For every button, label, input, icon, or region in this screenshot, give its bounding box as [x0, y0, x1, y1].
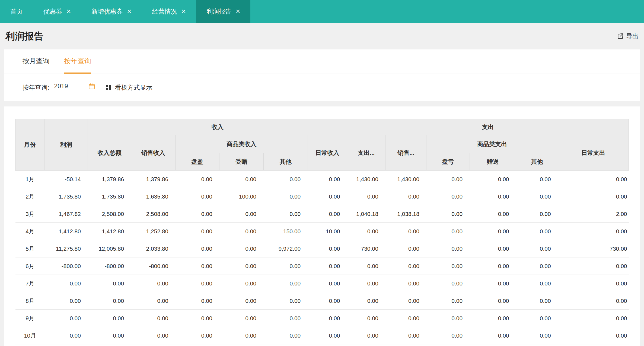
value-cell: 0.00	[426, 240, 470, 257]
value-cell: 0.00	[426, 257, 470, 275]
value-cell: 0.00	[175, 188, 219, 205]
tab-monthly-query[interactable]: 按月查询	[23, 49, 50, 74]
value-cell: 0.00	[426, 188, 470, 205]
value-cell: 1,735.80	[88, 188, 131, 205]
value-cell: 0.00	[516, 275, 558, 292]
nav-tab-1[interactable]: 优惠券×	[33, 0, 81, 23]
query-panel: 按月查询 按年查询 按年查询: 2019	[4, 49, 640, 101]
value-cell: 0.00	[44, 275, 88, 292]
nav-tab-3[interactable]: 经营情况×	[142, 0, 196, 23]
close-icon[interactable]: ×	[66, 8, 71, 15]
value-cell: -800.00	[44, 257, 88, 275]
value-cell: -50.14	[44, 171, 88, 188]
value-cell: 0.00	[347, 223, 385, 240]
value-cell: 0.00	[426, 292, 470, 310]
value-cell: 730.00	[347, 240, 385, 257]
value-cell: 1,379.86	[131, 171, 175, 188]
value-cell: 0.00	[558, 292, 629, 310]
table-row: 8月0.000.000.000.000.000.000.000.000.000.…	[15, 292, 629, 310]
value-cell: 0.00	[347, 310, 385, 327]
table-row: 1月-50.141,379.861,379.860.000.000.000.00…	[15, 171, 629, 188]
value-cell: 0.00	[470, 310, 516, 327]
tab-divider	[57, 58, 57, 66]
close-icon[interactable]: ×	[181, 8, 186, 15]
table-row: 5月11,275.8012,005.802,033.800.000.009,97…	[15, 240, 629, 257]
table-row: 2月1,735.801,735.801,635.800.00100.000.00…	[15, 188, 629, 205]
value-cell: 0.00	[470, 223, 516, 240]
value-cell: 0.00	[263, 188, 308, 205]
nav-tab-2[interactable]: 新增优惠券×	[81, 0, 142, 23]
value-cell: 0.00	[308, 292, 347, 310]
value-cell: 0.00	[470, 188, 516, 205]
nav-tab-label: 首页	[10, 7, 23, 16]
value-cell: 0.00	[470, 171, 516, 188]
value-cell: 2.00	[558, 205, 629, 223]
value-cell: 1,040.18	[347, 205, 385, 223]
value-cell: 0.00	[558, 275, 629, 292]
tab-yearly-query[interactable]: 按年查询	[64, 49, 91, 74]
col-income-total: 收入总额	[88, 135, 131, 171]
value-cell: 12,005.80	[88, 240, 131, 257]
col-other-income: 其他	[263, 153, 308, 171]
month-cell: 4月	[15, 223, 44, 240]
value-cell: 0.00	[44, 310, 88, 327]
value-cell: 0.00	[558, 327, 629, 344]
tab-yearly-query-label: 按年查询	[64, 56, 91, 65]
value-cell: 0.00	[558, 171, 629, 188]
value-cell: 0.00	[219, 257, 263, 275]
value-cell: 1,735.80	[44, 188, 88, 205]
value-cell: 0.00	[219, 292, 263, 310]
value-cell: 0.00	[175, 205, 219, 223]
value-cell: 1,467.82	[44, 205, 88, 223]
value-cell: 0.00	[263, 171, 308, 188]
value-cell: 0.00	[219, 310, 263, 327]
profit-table-panel: 月份 利润 收入 支出 收入总额 销售收入 商品类收入 日常收入 支出... 销…	[4, 106, 640, 346]
value-cell: 0.00	[131, 292, 175, 310]
col-gift-given: 赠送	[470, 153, 516, 171]
value-cell: 1,430.00	[385, 171, 426, 188]
value-cell: 0.00	[175, 240, 219, 257]
value-cell: 0.00	[219, 171, 263, 188]
value-cell: -800.00	[131, 257, 175, 275]
value-cell: -800.00	[88, 257, 131, 275]
col-sales-expense: 销售...	[385, 135, 426, 171]
table-row: 10月0.000.000.000.000.000.000.000.000.000…	[15, 327, 629, 344]
month-cell: 3月	[15, 205, 44, 223]
value-cell: 100.00	[219, 188, 263, 205]
board-view-toggle[interactable]: 看板方式显示	[105, 83, 152, 92]
value-cell: 0.00	[175, 292, 219, 310]
close-icon[interactable]: ×	[127, 8, 131, 15]
nav-tab-label: 新增优惠券	[91, 7, 123, 16]
value-cell: 0.00	[88, 310, 131, 327]
value-cell: 0.00	[516, 223, 558, 240]
value-cell: 0.00	[347, 188, 385, 205]
value-cell: 0.00	[426, 327, 470, 344]
value-cell: 10.00	[308, 223, 347, 240]
value-cell: 2,033.80	[131, 240, 175, 257]
value-cell: 0.00	[347, 275, 385, 292]
page-title: 利润报告	[5, 30, 43, 43]
col-group-expense: 支出	[347, 119, 629, 135]
value-cell: 0.00	[308, 205, 347, 223]
value-cell: 0.00	[558, 188, 629, 205]
col-sales-income: 销售收入	[131, 135, 175, 171]
export-button[interactable]: 导出	[617, 32, 639, 40]
month-cell: 6月	[15, 257, 44, 275]
table-row: 7月0.000.000.000.000.000.000.000.000.000.…	[15, 275, 629, 292]
value-cell: 0.00	[308, 171, 347, 188]
close-icon[interactable]: ×	[236, 8, 240, 15]
col-month: 月份	[15, 119, 44, 171]
value-cell: 0.00	[175, 275, 219, 292]
year-input[interactable]: 2019	[52, 83, 96, 92]
value-cell: 0.00	[175, 171, 219, 188]
value-cell: 0.00	[558, 223, 629, 240]
value-cell: 0.00	[470, 205, 516, 223]
value-cell: 0.00	[516, 257, 558, 275]
nav-tab-4[interactable]: 利润报告×	[196, 0, 250, 23]
nav-tab-0[interactable]: 首页	[0, 0, 33, 23]
value-cell: 0.00	[516, 292, 558, 310]
calendar-icon[interactable]	[88, 83, 95, 90]
value-cell: 0.00	[175, 257, 219, 275]
month-cell: 5月	[15, 240, 44, 257]
year-filter-label: 按年查询:	[23, 83, 49, 92]
